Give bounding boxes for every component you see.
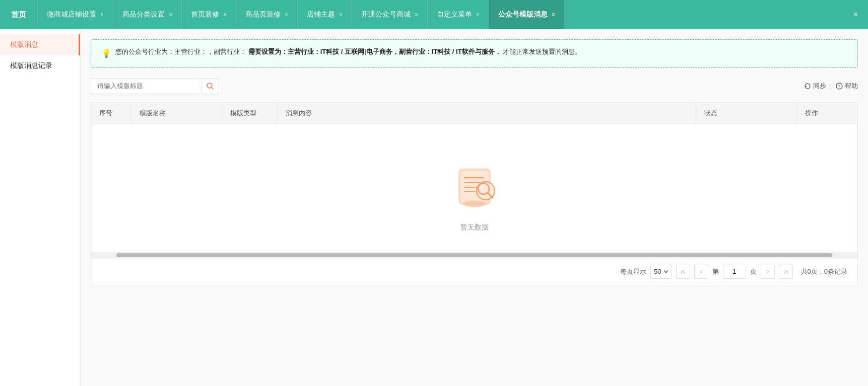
search-button[interactable]	[202, 78, 219, 94]
svg-point-15	[480, 185, 483, 188]
tab-template-close[interactable]: ×	[552, 11, 555, 18]
tab-menu-close[interactable]: ×	[476, 11, 480, 18]
tab-productpage[interactable]: 商品页装修 ×	[236, 0, 298, 29]
pagination: 每页显示 50 第	[91, 258, 857, 285]
tab-mall-label: 开通公众号商城	[361, 10, 411, 19]
sync-button[interactable]: 同步	[804, 82, 826, 91]
content-area: 💡 您的公众号行业为：主营行业：，副营行业： 需要设置为：主营行业：IT科技 /…	[81, 29, 868, 386]
help-icon: ?	[836, 83, 843, 90]
nav-home[interactable]: 首页	[0, 0, 38, 29]
sidebar-item-template-msg[interactable]: 模版消息	[0, 34, 80, 55]
tab-category[interactable]: 商品分类设置 ×	[113, 0, 182, 29]
chevron-down-icon	[663, 269, 669, 274]
sync-label: 同步	[813, 82, 826, 91]
tab-theme[interactable]: 店铺主题 ×	[298, 0, 352, 29]
notice-prefix: 您的公众号行业为：主营行业：，副营行业：	[115, 48, 246, 55]
tab-weshop-close[interactable]: ×	[100, 11, 104, 18]
page-number-input[interactable]	[723, 265, 746, 279]
page-first-button[interactable]	[676, 265, 690, 279]
col-name: 模版名称	[131, 103, 222, 124]
tab-template[interactable]: 公众号模版消息 ×	[489, 0, 565, 29]
tab-menu-label: 自定义菜单	[437, 10, 472, 19]
notice-icon: 💡	[101, 47, 111, 60]
tab-template-label: 公众号模版消息	[498, 10, 548, 19]
tab-menu[interactable]: 自定义菜单 ×	[428, 0, 489, 29]
col-status: 状态	[696, 103, 797, 124]
tab-theme-label: 店铺主题	[307, 10, 335, 19]
global-close-button[interactable]: ×	[843, 0, 868, 29]
tab-theme-close[interactable]: ×	[339, 11, 343, 18]
scroll-thumb[interactable]	[116, 253, 832, 257]
page-label-before: 第	[712, 267, 719, 276]
sync-icon	[804, 83, 811, 90]
help-label: 帮助	[845, 82, 858, 91]
sidebar: 模版消息 模版消息记录	[0, 29, 81, 386]
tab-homepage-label: 首页装修	[191, 10, 219, 19]
search-right: 同步 | ? 帮助	[804, 82, 858, 91]
col-content: 消息内容	[278, 103, 696, 124]
table-header: 序号 模版名称 模版类型 消息内容 状态 操作	[91, 103, 857, 124]
tab-mall-close[interactable]: ×	[415, 11, 418, 18]
sidebar-item-template-log-label: 模版消息记录	[10, 61, 52, 69]
data-table: 序号 模版名称 模版类型 消息内容 状态 操作	[91, 102, 858, 285]
main-layout: 模版消息 模版消息记录 💡 您的公众号行业为：主营行业：，副营行业： 需要设置为…	[0, 29, 868, 386]
tab-productpage-label: 商品页装修	[245, 10, 281, 19]
page-prev-icon	[699, 269, 704, 274]
empty-state: 暂无数据	[91, 124, 857, 252]
sidebar-item-template-msg-label: 模版消息	[10, 40, 38, 48]
page-size-value: 50	[654, 268, 661, 275]
page-last-icon	[783, 269, 788, 274]
global-close-icon: ×	[853, 10, 858, 19]
tab-category-label: 商品分类设置	[122, 10, 165, 19]
notice-suffix: 才能正常发送预置的消息。	[503, 48, 581, 55]
tab-mall[interactable]: 开通公众号商城 ×	[352, 0, 428, 29]
page-label-after: 页	[750, 267, 757, 276]
top-nav: 首页 微商城店铺设置 × 商品分类设置 × 首页装修 × 商品页装修 × 店铺主…	[0, 0, 868, 29]
notice-text: 您的公众号行业为：主营行业：，副营行业： 需要设置为：主营行业：IT科技 / 互…	[115, 47, 847, 57]
col-index: 序号	[91, 103, 131, 124]
svg-point-11	[463, 200, 486, 207]
page-size-select[interactable]: 50	[650, 265, 672, 279]
search-icon	[207, 83, 214, 90]
help-button[interactable]: ? 帮助	[836, 82, 858, 91]
col-type: 模版类型	[222, 103, 278, 124]
svg-text:?: ?	[838, 84, 840, 89]
horizontal-scrollbar[interactable]	[91, 252, 857, 258]
page-next-button[interactable]	[761, 265, 775, 279]
col-action: 操作	[797, 103, 857, 124]
notice-highlight: 需要设置为：主营行业：IT科技 / 互联网|电子商务，副营行业：IT科技 / I…	[248, 48, 501, 55]
page-last-button[interactable]	[779, 265, 793, 279]
page-prev-button[interactable]	[694, 265, 708, 279]
search-input[interactable]	[91, 78, 202, 94]
empty-state-icon	[444, 155, 505, 215]
search-left	[91, 78, 219, 94]
page-total-info: 共0页，0条记录	[801, 267, 847, 276]
page-first-icon	[681, 269, 686, 274]
nav-home-label: 首页	[11, 10, 26, 20]
tab-homepage[interactable]: 首页装修 ×	[182, 0, 236, 29]
tab-productpage-close[interactable]: ×	[285, 11, 288, 18]
tab-category-close[interactable]: ×	[169, 11, 172, 18]
empty-text: 暂无数据	[460, 223, 489, 232]
toolbar-divider: |	[830, 82, 832, 90]
tab-homepage-close[interactable]: ×	[223, 11, 227, 18]
sidebar-item-template-log[interactable]: 模版消息记录	[0, 55, 80, 76]
svg-line-1	[212, 88, 213, 89]
notice-box: 💡 您的公众号行业为：主营行业：，副营行业： 需要设置为：主营行业：IT科技 /…	[91, 39, 858, 68]
page-next-icon	[765, 269, 770, 274]
search-bar: 同步 | ? 帮助	[91, 78, 858, 94]
tab-weshop-label: 微商城店铺设置	[47, 10, 96, 19]
tab-weshop[interactable]: 微商城店铺设置 ×	[38, 0, 113, 29]
page-size-label: 每页显示	[620, 267, 646, 276]
